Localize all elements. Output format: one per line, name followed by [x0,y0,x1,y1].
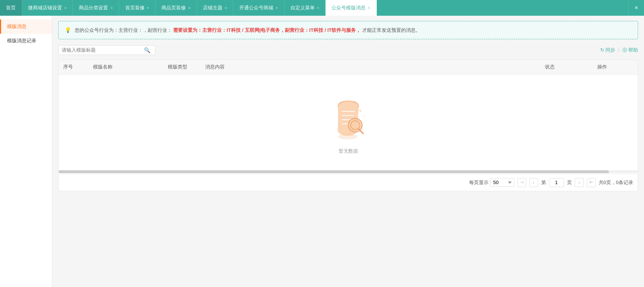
data-table: 序号 模版名称 模版类型 消息内容 状态 操作 [58,59,638,191]
notice-prefix: 您的公众号行业为：主营行业：，副营行业： [75,27,172,33]
nav-item-custom-menu[interactable]: 自定义菜单× [284,0,326,16]
nav-close-product-decor[interactable]: × [188,6,190,10]
sync-icon: ↻ [600,47,604,53]
nav-item-template-msg[interactable]: 公众号模版消息× [326,0,376,16]
nav-item-home[interactable]: 首页 [0,0,22,16]
nav-item-category-settings[interactable]: 商品分类设置× [73,0,119,16]
pagination: 每页显示 102050100 ⊣ ‹ 第 页 › ⊢ 共0页，0条记录 [59,174,638,191]
nav-item-product-decor[interactable]: 商品页装修× [155,0,197,16]
nav-close-template-msg[interactable]: × [368,6,370,10]
main-layout: 模版消息模版消息记录 💡 您的公众号行业为：主营行业：，副营行业： 需要设置为：… [0,16,644,287]
svg-point-8 [359,110,361,112]
empty-state: 暂无数据 [59,74,638,170]
col-seq: 序号 [59,60,89,74]
per-page-selector: 每页显示 102050100 [469,178,514,187]
svg-point-9 [363,115,364,117]
nav-item-homepage-decor[interactable]: 首页装修× [119,0,155,16]
lightbulb-icon: 💡 [65,27,71,33]
first-page-button[interactable]: ⊣ [517,178,526,187]
search-input[interactable] [62,47,144,53]
last-page-button[interactable]: ⊢ [587,178,596,187]
help-label: 帮助 [628,47,638,54]
col-status: 状态 [540,60,593,74]
search-bar: 🔍 ↻ 同步 | ⓪ 帮助 [58,45,638,55]
notice-highlight: 需要设置为：主营行业：IT科技 / 互联网|电子商务，副营行业：IT科技 / I… [173,27,361,33]
empty-illustration [326,97,371,142]
sidebar-item-template-message[interactable]: 模版消息 [0,19,52,34]
page-suffix: 页 [567,179,572,186]
action-divider: | [618,47,619,53]
notice-suffix: 才能正常发送预置的消息。 [362,27,420,33]
col-type: 模版类型 [163,60,201,74]
scrollbar-thumb [59,170,609,173]
notice-box: 💡 您的公众号行业为：主营行业：，副营行业： 需要设置为：主营行业：IT科技 /… [58,21,638,39]
page-total: 共0页，0条记录 [599,179,633,186]
main-content: 💡 您的公众号行业为：主营行业：，副营行业： 需要设置为：主营行业：IT科技 /… [52,16,644,287]
search-icon[interactable]: 🔍 [144,47,150,53]
empty-text: 暂无数据 [339,148,358,155]
col-content: 消息内容 [201,60,540,74]
help-button[interactable]: ⓪ 帮助 [622,47,638,54]
sidebar: 模版消息模版消息记录 [0,16,52,287]
nav-close-shop-theme[interactable]: × [225,6,227,10]
prev-page-button[interactable]: ‹ [529,178,538,187]
close-all-button[interactable]: × [628,0,644,16]
horizontal-scrollbar[interactable] [59,170,638,173]
nav-close-category-settings[interactable]: × [110,6,113,10]
help-icon: ⓪ [622,47,627,54]
nav-item-open-mall[interactable]: 开通公众号商城× [233,0,284,16]
nav-item-shop-settings[interactable]: 微商城店铺设置× [22,0,73,16]
nav-item-shop-theme[interactable]: 店铺主题× [197,0,233,16]
col-name: 模版名称 [89,60,163,74]
sync-button[interactable]: ↻ 同步 [600,47,615,54]
search-input-wrap[interactable]: 🔍 [58,45,155,55]
table-header: 序号 模版名称 模版类型 消息内容 状态 操作 [59,60,638,74]
top-nav: 首页微商城店铺设置×商品分类设置×首页装修×商品页装修×店铺主题×开通公众号商城… [0,0,644,16]
nav-close-shop-settings[interactable]: × [64,6,67,10]
per-page-label: 每页显示 [469,179,489,186]
nav-close-custom-menu[interactable]: × [317,6,319,10]
per-page-select[interactable]: 102050100 [490,178,514,187]
nav-close-homepage-decor[interactable]: × [147,6,149,10]
sync-label: 同步 [606,47,615,54]
next-page-button[interactable]: › [575,178,584,187]
page-prefix: 第 [541,179,546,186]
search-actions: ↻ 同步 | ⓪ 帮助 [600,47,638,54]
col-action: 操作 [593,60,638,74]
sidebar-item-template-message-log[interactable]: 模版消息记录 [0,34,52,48]
page-input[interactable] [549,178,564,187]
nav-close-open-mall[interactable]: × [275,6,278,10]
